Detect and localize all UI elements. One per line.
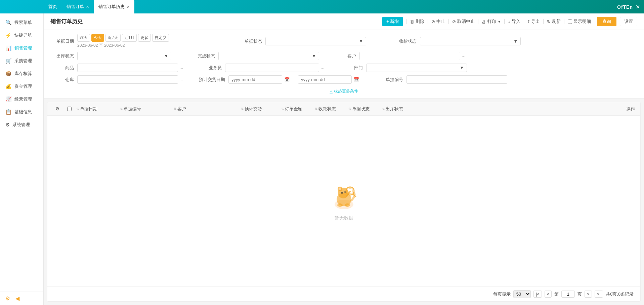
th-date[interactable]: ⇅ 单据日期	[74, 106, 118, 112]
sidebar-item-inventory[interactable]: 📦 库存核算	[0, 67, 43, 80]
sort-icon-delivery: ⇅	[241, 107, 244, 111]
empty-text: 暂无数据	[335, 215, 353, 221]
warehouse-input[interactable]	[77, 75, 178, 84]
product-input[interactable]	[77, 64, 178, 72]
customer-input[interactable]	[359, 52, 460, 60]
date-more[interactable]: 更多	[138, 34, 151, 42]
customer-group: 客户 ···	[333, 52, 637, 60]
salesperson-input[interactable]	[225, 64, 319, 72]
th-action: 操作	[414, 106, 637, 112]
stop-icon: ⊘	[431, 19, 435, 24]
display-toggle: 显示明细	[568, 18, 591, 25]
department-label: 部门	[339, 65, 366, 71]
refresh-button[interactable]: ↻ 刷新	[547, 18, 561, 25]
date-today[interactable]: 今天	[91, 34, 104, 42]
sidebar-label-finance: 资金管理	[14, 83, 32, 89]
inventory-icon: 📦	[5, 71, 12, 77]
display-checkbox[interactable]	[568, 20, 572, 24]
sort-icon-stock: ⇅	[382, 107, 385, 111]
order-no-input[interactable]	[406, 75, 507, 84]
salesperson-group: 业务员 ···	[198, 64, 326, 72]
date-custom[interactable]: 自定义	[152, 34, 169, 42]
query-button[interactable]: 查询	[597, 17, 616, 26]
tab-sales-order-history[interactable]: 销售订单历史 ✕	[94, 0, 134, 13]
divider7	[543, 19, 544, 24]
page-label-pre: 第	[554, 291, 559, 297]
divider5	[504, 19, 505, 24]
first-page-button[interactable]: |<	[533, 291, 542, 298]
th-customer[interactable]: ⇅ 客户	[172, 106, 239, 112]
sidebar-item-sales[interactable]: 📊 销售管理	[0, 42, 43, 54]
filter-row-3: 商品 ··· 业务员 ··· 部门 ▼	[50, 64, 637, 72]
sidebar-item-quick-nav[interactable]: ⚡ 快捷导航	[0, 29, 43, 42]
delete-icon: 🗑	[410, 19, 414, 24]
expected-date-to[interactable]	[298, 75, 352, 84]
settings-gear-icon: ⚙	[55, 106, 59, 111]
import-button[interactable]: ⤵ 导入	[508, 18, 520, 25]
date-end-icon: 📅	[354, 77, 359, 82]
customer-dots[interactable]: ···	[460, 53, 467, 59]
sort-icon-payment: ⇅	[315, 107, 317, 111]
th-amount[interactable]: ⇅ 订单金额	[279, 106, 313, 112]
delete-button[interactable]: 🗑 删除	[410, 18, 424, 25]
th-payment-status[interactable]: ⇅ 收款状态	[313, 106, 346, 112]
date-1month[interactable]: 近1月	[122, 34, 137, 42]
payment-status-select[interactable]: ▼	[420, 37, 521, 45]
next-page-button[interactable]: >	[585, 291, 592, 298]
sort-icon-no: ⇅	[120, 107, 123, 111]
sidebar-label-system: 系统管理	[12, 122, 30, 128]
topbar-close-icon[interactable]: ✕	[636, 4, 640, 10]
page-header: 销售订单历史 + 新增 🗑 删除 ⊘ 中止 ⊘ 取消中止	[44, 13, 644, 30]
th-stock-status[interactable]: ⇅ 出库状态	[380, 106, 414, 112]
settings-button[interactable]: 设置	[620, 17, 637, 26]
sidebar-item-operations[interactable]: 📈 经营管理	[0, 93, 43, 106]
tab-home[interactable]: + 新增 首页	[44, 0, 62, 13]
current-page-input[interactable]	[561, 291, 575, 298]
payment-status-chevron: ▼	[513, 39, 518, 44]
expected-date-from[interactable]	[228, 75, 282, 84]
sidebar-item-finance[interactable]: 💰 资金管理	[0, 80, 43, 93]
export-button[interactable]: ⤴ 导出	[527, 18, 540, 25]
import-icon: ⤵	[508, 19, 510, 24]
select-all-checkbox[interactable]	[67, 107, 72, 111]
date-7days[interactable]: 近7天	[105, 34, 121, 42]
sales-icon: 📊	[5, 45, 12, 51]
collapse-bar[interactable]: △ 收起更多条件	[50, 87, 637, 94]
main-layout: 🔍 搜索菜单 ⚡ 快捷导航 📊 销售管理 🛒 采购管理 📦 库存核算 💰 资金管…	[0, 13, 644, 305]
product-dots[interactable]: ···	[178, 65, 185, 71]
th-order-status[interactable]: ⇅ 单据状态	[346, 106, 380, 112]
tab-close-sales-order[interactable]: ✕	[86, 5, 89, 9]
sidebar-item-system[interactable]: ⚙ 系统管理	[0, 118, 43, 131]
stock-status-select[interactable]: ▼	[77, 52, 171, 60]
new-button[interactable]: + 新增	[382, 17, 403, 26]
collapse-label: 收起更多条件	[334, 88, 358, 94]
last-page-button[interactable]: >|	[595, 291, 603, 298]
warehouse-dots[interactable]: ···	[178, 77, 185, 82]
date-yesterday[interactable]: 昨天	[77, 34, 90, 42]
sidebar-label-sales: 销售管理	[14, 45, 32, 51]
svg-point-5	[341, 192, 343, 194]
print-button[interactable]: 🖨 打印 ▼	[482, 18, 501, 25]
sidebar-label-basic-info: 基础信息	[14, 109, 32, 115]
tab-close-history[interactable]: ✕	[127, 5, 130, 9]
complete-status-select[interactable]: ▼	[218, 52, 319, 60]
collapse-sidebar-icon[interactable]: ◀	[15, 295, 19, 302]
th-checkbox[interactable]	[64, 107, 74, 111]
sidebar-item-basic-info[interactable]: 📋 基础信息	[0, 106, 43, 118]
cancel-stop-button[interactable]: ⊘ 取消中止	[452, 18, 475, 25]
th-settings[interactable]: ⚙	[51, 106, 64, 111]
order-no-group: 单据编号	[380, 75, 637, 84]
sidebar-item-search[interactable]: 🔍 搜索菜单	[0, 16, 43, 29]
per-page-select[interactable]: 50 100 200	[513, 290, 531, 298]
date-range-display: 2023-06-02 至 2023-06-02	[77, 43, 218, 48]
th-order-no[interactable]: ⇅ 单据编号	[118, 106, 172, 112]
order-status-select[interactable]: ▼	[265, 37, 366, 45]
salesperson-dots[interactable]: ···	[319, 65, 326, 71]
sidebar-item-purchase[interactable]: 🛒 采购管理	[0, 54, 43, 67]
stop-button[interactable]: ⊘ 中止	[431, 18, 445, 25]
prev-page-button[interactable]: <	[545, 291, 552, 298]
settings-bottom-icon[interactable]: ⚙	[5, 295, 10, 302]
tab-sales-order[interactable]: 销售订单 ✕	[62, 0, 94, 13]
th-delivery[interactable]: ⇅ 预计交货...	[239, 106, 279, 112]
department-select[interactable]: ▼	[366, 64, 467, 72]
